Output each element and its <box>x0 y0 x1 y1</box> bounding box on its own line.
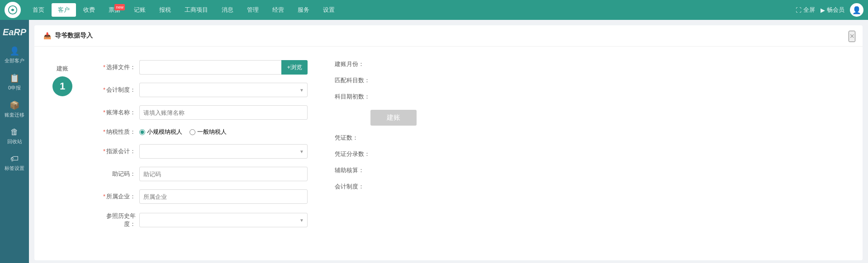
sidebar-item-migration[interactable]: 📦 账套迁移 <box>0 97 29 122</box>
auxiliary-row: 辅助核算： <box>335 166 452 174</box>
build-month-label: 建账月份： <box>335 60 375 68</box>
vip-label: 畅会员 <box>827 6 844 14</box>
sidebar-label-tags: 标签设置 <box>5 165 24 172</box>
history-year-select[interactable] <box>139 213 308 227</box>
accountant-row: *指派会计： ▼ <box>100 144 308 159</box>
fullscreen-btn[interactable]: ⛶ 全屏 <box>796 6 815 14</box>
nav-item-settings[interactable]: 设置 <box>317 3 341 17</box>
avatar-icon: 👤 <box>852 6 861 14</box>
logo[interactable] <box>5 2 21 18</box>
vip-btn[interactable]: ▶ 畅会员 <box>821 6 844 14</box>
form-area: 建账 1 *选择文件： +浏览 <box>34 47 863 250</box>
small-taxpayer-label: 小规模纳税人 <box>147 128 182 136</box>
voucher-entries-label: 凭证分录数： <box>335 150 375 158</box>
accounting-system-label: *会计制度： <box>100 86 136 94</box>
fullscreen-label: 全屏 <box>803 6 815 14</box>
sidebar-item-declaration[interactable]: 📋 0申报 <box>0 70 29 95</box>
file-label: *选择文件： <box>100 63 136 71</box>
ledger-name-row: *账簿名称： <box>100 105 308 120</box>
panel: 📥 导爷数据导入 × 建账 1 *选择文件： <box>34 25 863 260</box>
file-input-group: +浏览 <box>139 60 308 75</box>
tax-type-radio-group: 小规模纳税人 一般纳税人 <box>139 128 308 136</box>
sidebar-label-migration: 账套迁移 <box>5 112 24 118</box>
nav-item-bookkeeping[interactable]: 记账 <box>128 3 152 17</box>
tax-type-row: *纳税性质： 小规模纳税人 一般纳税人 <box>100 128 308 136</box>
nav-item-clients[interactable]: 客户 <box>52 3 76 17</box>
accounting-system-select-wrapper: ▼ <box>139 83 308 97</box>
accountant-select[interactable] <box>139 144 308 159</box>
right-accounting-system-label: 会计制度： <box>335 183 375 191</box>
memo-code-label: 助记码： <box>100 170 136 178</box>
sidebar: EaRP 👤 全部客户 📋 0申报 📦 账套迁移 🗑 回收站 🏷 标签设置 <box>0 20 29 263</box>
panel-title-icon: 📥 <box>43 32 51 39</box>
required-star: * <box>103 64 105 70</box>
general-taxpayer-label: 一般纳税人 <box>197 128 227 136</box>
right-form: 建账月份： 匹配科目数： 科目期初数： 建账 <box>335 60 452 236</box>
recycle-icon: 🗑 <box>10 127 19 137</box>
step-circle: 1 <box>52 76 72 96</box>
nav-item-messages[interactable]: 消息 <box>215 3 240 17</box>
panel-close-button[interactable]: × <box>849 31 855 42</box>
match-subject-label: 匹配科目数： <box>335 76 375 85</box>
subject-initial-label: 科目期初数： <box>335 93 375 101</box>
build-account-button[interactable]: 建账 <box>370 110 417 126</box>
memo-code-row: 助记码： <box>100 167 308 181</box>
nav-item-operations[interactable]: 经营 <box>266 3 290 17</box>
tax-type-label: *纳税性质： <box>100 128 136 136</box>
layout: EaRP 👤 全部客户 📋 0申报 📦 账套迁移 🗑 回收站 🏷 标签设置 📥 … <box>0 20 868 263</box>
accountant-select-wrapper: ▼ <box>139 144 308 159</box>
company-input[interactable] <box>139 189 308 204</box>
browse-button[interactable]: +浏览 <box>281 60 308 75</box>
earp-text: EaRP <box>1 23 28 41</box>
voucher-count-row: 凭证数： <box>335 134 452 142</box>
ledger-name-label: *账簿名称： <box>100 108 136 117</box>
nav-items: 首页 客户 收费 票据 new 记账 报税 工商项目 消息 管理 经营 服务 设… <box>26 3 796 17</box>
nav-item-business[interactable]: 工商项目 <box>178 3 214 17</box>
sidebar-label-declaration: 0申报 <box>8 85 21 91</box>
top-nav: 首页 客户 收费 票据 new 记账 报税 工商项目 消息 管理 经营 服务 设… <box>0 0 868 20</box>
panel-header: 📥 导爷数据导入 <box>34 25 863 47</box>
subject-initial-row: 科目期初数： <box>335 93 452 101</box>
accounting-system-row: *会计制度： ▼ <box>100 83 308 97</box>
right-accounting-system-row: 会计制度： <box>335 183 452 191</box>
voucher-count-label: 凭证数： <box>335 134 375 142</box>
step-area: 建账 1 <box>52 60 72 236</box>
nav-item-fees[interactable]: 收费 <box>77 3 101 17</box>
company-label: *所属企业： <box>100 193 136 201</box>
auxiliary-label: 辅助核算： <box>335 166 375 174</box>
accounting-system-select[interactable] <box>139 83 308 97</box>
nav-right: ⛶ 全屏 ▶ 畅会员 👤 <box>796 3 863 17</box>
nav-item-tax[interactable]: 报税 <box>153 3 177 17</box>
tags-icon: 🏷 <box>10 154 19 164</box>
sidebar-item-all-clients[interactable]: 👤 全部客户 <box>0 42 29 68</box>
history-year-label: 参照历史年度： <box>100 212 136 228</box>
main-content: 📥 导爷数据导入 × 建账 1 *选择文件： <box>29 20 868 263</box>
ledger-name-input[interactable] <box>139 105 308 120</box>
avatar[interactable]: 👤 <box>850 3 863 17</box>
nav-item-invoices[interactable]: 票据 new <box>102 3 127 17</box>
left-form: *选择文件： +浏览 *会计制度： <box>100 60 308 236</box>
match-subject-row: 匹配科目数： <box>335 76 452 85</box>
file-row: *选择文件： +浏览 <box>100 60 308 75</box>
nav-item-home[interactable]: 首页 <box>26 3 51 17</box>
sidebar-label-recycle: 回收站 <box>7 138 22 145</box>
nav-item-manage[interactable]: 管理 <box>241 3 265 17</box>
sidebar-item-tags[interactable]: 🏷 标签设置 <box>0 150 29 175</box>
vip-icon: ▶ <box>821 7 825 14</box>
memo-code-input[interactable] <box>139 167 308 181</box>
history-year-row: 参照历史年度： ▼ <box>100 212 308 228</box>
company-row: *所属企业： <box>100 189 308 204</box>
sidebar-item-recycle[interactable]: 🗑 回收站 <box>0 124 29 149</box>
build-month-row: 建账月份： <box>335 60 452 68</box>
accountant-label: *指派会计： <box>100 147 136 155</box>
radio-general-taxpayer[interactable]: 一般纳税人 <box>190 128 227 136</box>
file-text-input[interactable] <box>139 60 281 75</box>
build-btn-area: 建账 <box>335 110 452 126</box>
fullscreen-icon: ⛶ <box>796 7 802 14</box>
all-clients-icon: 👤 <box>9 46 19 56</box>
voucher-entries-row: 凭证分录数： <box>335 150 452 158</box>
sidebar-label-all-clients: 全部客户 <box>5 57 24 64</box>
new-badge: new <box>114 4 125 10</box>
nav-item-services[interactable]: 服务 <box>291 3 316 17</box>
radio-small-taxpayer[interactable]: 小规模纳税人 <box>139 128 182 136</box>
